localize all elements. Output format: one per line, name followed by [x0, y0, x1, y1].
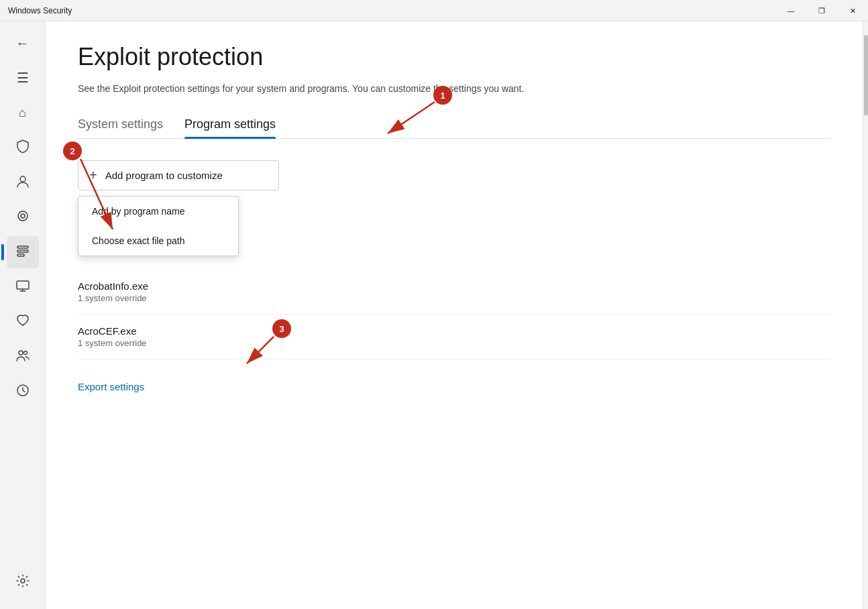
scrollbar-thumb[interactable]: [864, 35, 868, 115]
program-item-acrocef[interactable]: AcroCEF.exe 1 system override: [78, 315, 830, 359]
sidebar-item-account[interactable]: [7, 166, 39, 199]
menu-icon: ☰: [17, 70, 29, 86]
sidebar-item-health[interactable]: [7, 306, 39, 338]
sidebar-item-back[interactable]: ←: [7, 27, 39, 59]
sidebar-item-device[interactable]: [7, 271, 39, 303]
sidebar-item-app[interactable]: [7, 236, 39, 268]
tab-program-settings[interactable]: Program settings: [184, 117, 276, 138]
sidebar-item-menu[interactable]: ☰: [7, 62, 39, 94]
minimize-button[interactable]: —: [775, 0, 806, 21]
health-icon: [15, 313, 30, 331]
sidebar-item-home[interactable]: ⌂: [7, 97, 39, 129]
sidebar-item-network[interactable]: [7, 201, 39, 233]
svg-point-9: [21, 579, 25, 583]
sidebar: ← ☰ ⌂: [0, 21, 46, 609]
sidebar-bottom: [7, 566, 39, 609]
svg-rect-2: [17, 246, 28, 248]
back-icon: ←: [16, 36, 30, 51]
add-program-label: Add program to customize: [105, 170, 223, 181]
program-override: 1 system override: [78, 293, 830, 303]
svg-rect-3: [17, 250, 28, 252]
add-program-button[interactable]: + Add program to customize: [78, 160, 279, 190]
program-name: AcrobatInfo.exe: [78, 280, 830, 292]
tab-system-settings[interactable]: System settings: [78, 117, 163, 138]
program-list: AcrobatInfo.exe 1 system override AcroCE…: [78, 270, 830, 359]
window-title: Windows Security: [8, 6, 72, 15]
svg-text:2: 2: [70, 146, 74, 156]
app-body: ← ☰ ⌂: [0, 21, 868, 609]
sidebar-item-settings[interactable]: [7, 566, 39, 598]
program-name: AcroCEF.exe: [78, 325, 830, 337]
sidebar-item-history[interactable]: [7, 376, 39, 408]
svg-point-6: [19, 351, 23, 355]
sidebar-item-family[interactable]: [7, 341, 39, 373]
app-icon: [15, 243, 30, 262]
network-icon: [15, 209, 30, 227]
dropdown-item-by-name[interactable]: Add by program name: [78, 197, 238, 226]
svg-point-17: [63, 142, 82, 160]
sidebar-item-shield[interactable]: [7, 131, 39, 164]
svg-point-1: [21, 214, 25, 218]
account-icon: [15, 174, 30, 192]
svg-point-7: [23, 351, 27, 354]
maximize-button[interactable]: ❐: [806, 0, 837, 21]
scrollbar-track[interactable]: [863, 21, 868, 609]
settings-icon: [15, 573, 30, 592]
history-icon: [15, 383, 30, 401]
tabs-container: System settings Program settings: [78, 117, 830, 139]
family-icon: [15, 348, 30, 366]
titlebar: Windows Security — ❐ ✕: [0, 0, 868, 21]
close-button[interactable]: ✕: [837, 0, 868, 21]
svg-rect-5: [17, 281, 29, 289]
program-override: 1 system override: [78, 338, 830, 348]
shield-icon: [15, 139, 30, 157]
add-program-dropdown: Add by program name Choose exact file pa…: [78, 196, 239, 256]
main-content: 1 2 3 Exploit protection See the Exploit…: [46, 21, 863, 609]
page-description: See the Exploit protection settings for …: [78, 82, 534, 96]
export-settings-link[interactable]: Export settings: [78, 381, 144, 392]
window-controls: — ❐ ✕: [775, 0, 868, 21]
svg-point-0: [20, 176, 25, 182]
program-item-acrobatinfo[interactable]: AcrobatInfo.exe 1 system override: [78, 270, 830, 315]
home-icon: ⌂: [19, 106, 26, 120]
page-title: Exploit protection: [78, 43, 830, 71]
device-icon: [15, 278, 30, 296]
plus-icon: +: [89, 168, 97, 183]
dropdown-item-by-path[interactable]: Choose exact file path: [78, 226, 238, 256]
svg-rect-4: [17, 254, 24, 256]
